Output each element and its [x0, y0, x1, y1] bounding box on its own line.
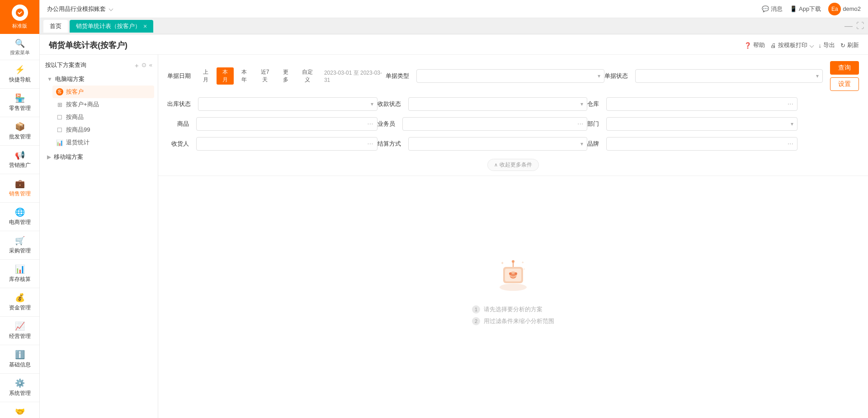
scheme-collapse-icon[interactable]: « — [149, 62, 152, 69]
warehouse-dots-icon: ··· — [788, 100, 793, 108]
retail-icon: 🏪 — [15, 93, 25, 103]
receipt-status-chevron-icon: ▾ — [580, 101, 583, 107]
message-icon: 💬 — [762, 5, 769, 12]
date-btn-more[interactable]: 更多 — [277, 67, 295, 85]
filter-area: 单据日期 上月 本月 本年 近7天 更多 自定义 2023-03-01 至 20… — [158, 55, 868, 176]
filter-item-department: 部门 ▾ — [587, 117, 797, 131]
date-btn-this-year[interactable]: 本年 — [236, 67, 253, 85]
sidebar-item-retail[interactable]: 🏪 零售管理 — [0, 89, 39, 117]
date-btn-last-month[interactable]: 上月 — [197, 67, 215, 85]
tab-home[interactable]: 首页 — [43, 20, 68, 33]
tab-close-icon[interactable]: × — [143, 23, 147, 30]
recipient-select[interactable]: ··· — [196, 137, 377, 151]
receipt-status-label: 收款状态 — [377, 100, 405, 108]
out-status-select[interactable]: ▾ — [198, 97, 377, 111]
filter-item-doc-type: 单据类型 ▾ — [386, 69, 604, 83]
doc-type-label: 单据类型 — [386, 72, 413, 80]
query-button[interactable]: 查询 — [830, 61, 859, 75]
scheme-group-mobile-header[interactable]: ▶ 移动端方案 — [43, 151, 154, 163]
ecommerce-icon: 🌐 — [15, 207, 25, 217]
app-download-icon: 📱 — [790, 5, 797, 12]
message-btn[interactable]: 💬 消息 — [762, 5, 783, 13]
sidebar-item-operation[interactable]: 📈 经营管理 — [0, 317, 39, 345]
refresh-btn[interactable]: ↻ 刷新 — [840, 41, 859, 49]
sidebar-item-sales[interactable]: 💼 销售管理 — [0, 174, 39, 203]
scheme-item-by-goods99[interactable]: ☐ 按商品99 — [52, 124, 154, 136]
sidebar-logo[interactable]: 标准版 — [0, 0, 39, 34]
warehouse-select[interactable]: ··· — [606, 97, 797, 111]
scheme-panel: 按以下方案查询 + ⊙ « ▼ 电脑端方案 客 按客 — [40, 55, 158, 418]
body-layout: 按以下方案查询 + ⊙ « ▼ 电脑端方案 客 按客 — [40, 55, 868, 418]
sidebar-item-wholesale[interactable]: 📦 批发管理 — [0, 117, 39, 146]
doc-type-select[interactable]: ▾ — [416, 69, 604, 83]
print-icon: 🖨 — [770, 42, 776, 49]
sidebar-search-item[interactable]: 🔍 搜索菜单 — [0, 34, 39, 60]
operation-icon: 📈 — [15, 321, 25, 331]
svg-point-6 — [514, 272, 517, 275]
svg-point-8 — [512, 260, 514, 263]
payment-select[interactable]: ▾ — [408, 137, 588, 151]
filter-item-warehouse: 仓库 ··· — [587, 97, 797, 111]
date-btn-7days[interactable]: 近7天 — [255, 67, 275, 85]
account-dropdown[interactable]: 办公用品行业模拟账套 — [47, 5, 113, 13]
doc-status-select[interactable]: ▾ — [635, 69, 823, 83]
filter-row-4: 收货人 ··· 结算方式 ▾ — [167, 137, 859, 151]
scheme-item-by-customer-goods[interactable]: ⊞ 按客户+商品 — [52, 98, 154, 111]
svg-point-1 — [500, 284, 527, 291]
scheme-group-desktop-header[interactable]: ▼ 电脑端方案 — [43, 73, 154, 86]
date-btn-custom[interactable]: 自定义 — [296, 67, 319, 85]
brand-dots-icon: ··· — [788, 140, 793, 148]
scheme-item-by-goods[interactable]: ☐ 按商品 — [52, 111, 154, 124]
template-print-btn[interactable]: 🖨 按模板打印 — [770, 41, 813, 49]
filter-item-date: 单据日期 上月 本月 本年 近7天 更多 自定义 2023-03-01 至 20… — [167, 67, 386, 85]
sidebar-item-finance[interactable]: 💰 资金管理 — [0, 288, 39, 317]
sidebar-item-enterprise[interactable]: 🤝 企业协同 — [0, 402, 39, 418]
page-header: 销货单统计表(按客户) ❓ 帮助 🖨 按模板打印 ↓ 导出 ↻ 刷新 — [40, 34, 868, 55]
page-title: 销货单统计表(按客户) — [49, 40, 127, 51]
tab-sales-stats[interactable]: 销货单统计表（按客户） × — [70, 20, 153, 33]
help-btn[interactable]: ❓ 帮助 — [744, 41, 765, 49]
scheme-group-desktop: ▼ 电脑端方案 客 按客户 ⊞ 按客户+商品 ☐ — [40, 73, 158, 149]
scheme-item-return-stats[interactable]: 📊 退货统计 — [52, 136, 154, 149]
export-btn[interactable]: ↓ 导出 — [819, 41, 835, 49]
sidebar-item-shortcuts[interactable]: ⚡ 快捷导航 — [0, 60, 39, 89]
date-btn-this-month[interactable]: 本月 — [217, 67, 234, 85]
topbar-left: 办公用品行业模拟账套 — [47, 5, 113, 13]
shortcuts-icon: ⚡ — [15, 65, 25, 75]
group-desktop-label: 电脑端方案 — [55, 75, 85, 83]
page-content: 销货单统计表(按客户) ❓ 帮助 🖨 按模板打印 ↓ 导出 ↻ 刷新 — [40, 34, 868, 418]
collapse-more-btn[interactable]: ∧ 收起更多条件 — [487, 159, 539, 171]
user-btn[interactable]: Ea demo2 — [828, 3, 861, 15]
svg-point-5 — [509, 272, 512, 275]
sidebar-item-basic[interactable]: ℹ️ 基础信息 — [0, 345, 39, 374]
scheme-item-by-customer[interactable]: 客 按客户 — [52, 86, 154, 98]
tab-fullscreen-icon[interactable]: ⛶ — [856, 21, 864, 31]
sidebar-item-marketing[interactable]: 📢 营销推广 — [0, 146, 39, 174]
receipt-status-select[interactable]: ▾ — [408, 97, 588, 111]
filter-row-1: 单据日期 上月 本月 本年 近7天 更多 自定义 2023-03-01 至 20… — [167, 61, 859, 91]
tab-minimize-icon[interactable]: — — [844, 21, 853, 31]
logo-icon — [12, 5, 28, 21]
app-download-btn[interactable]: 📱 App下载 — [790, 5, 821, 13]
sidebar-item-system[interactable]: ⚙️ 系统管理 — [0, 374, 39, 402]
sidebar-item-ecommerce[interactable]: 🌐 电商管理 — [0, 203, 39, 231]
salesman-select[interactable]: ··· — [402, 117, 588, 131]
tip-num-2: 2 — [472, 317, 480, 325]
setting-button[interactable]: 设置 — [830, 77, 859, 91]
sidebar-item-purchase[interactable]: 🛒 采购管理 — [0, 231, 39, 260]
date-label: 单据日期 — [167, 72, 193, 80]
scheme-copy-icon[interactable]: ⊙ — [142, 62, 146, 69]
scheme-add-icon[interactable]: + — [135, 62, 139, 69]
inventory-icon: 📊 — [15, 264, 25, 274]
action-buttons: 查询 设置 — [830, 61, 859, 91]
marketing-icon: 📢 — [15, 150, 25, 160]
recipient-label: 收货人 — [167, 140, 193, 148]
svg-point-0 — [15, 9, 24, 17]
department-select[interactable]: ▾ — [606, 117, 797, 131]
filter-item-doc-status: 单据状态 ▾ — [604, 69, 823, 83]
scheme-panel-title: 按以下方案查询 — [45, 61, 86, 69]
brand-select[interactable]: ··· — [606, 137, 797, 151]
out-status-chevron-icon: ▾ — [371, 101, 373, 107]
sidebar-item-inventory[interactable]: 📊 库存核算 — [0, 260, 39, 288]
goods-select[interactable]: ··· — [196, 117, 377, 131]
